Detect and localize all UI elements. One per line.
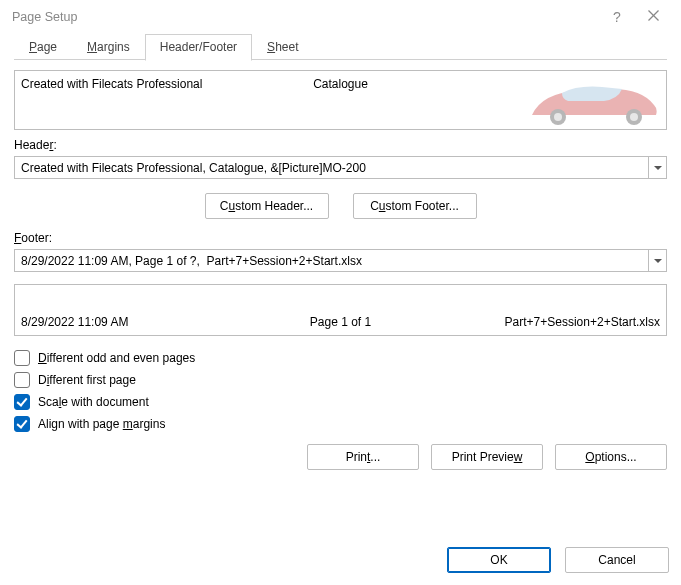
footer-combo[interactable] xyxy=(14,249,667,272)
close-icon xyxy=(648,10,659,21)
custom-footer-button[interactable]: Custom Footer... xyxy=(353,193,477,219)
header-preview-center: Catalogue xyxy=(234,77,447,91)
header-input[interactable] xyxy=(15,157,648,178)
checkbox-scale-with-document[interactable]: Scale with document xyxy=(14,394,667,410)
options-button[interactable]: Options... xyxy=(555,444,667,470)
dialog-title: Page Setup xyxy=(12,10,599,24)
cancel-button[interactable]: Cancel xyxy=(565,547,669,573)
footer-label: Footer: xyxy=(14,231,667,245)
checkbox-label: Different odd and even pages xyxy=(38,351,195,365)
header-preview-left: Created with Filecats Professional xyxy=(21,77,234,91)
title-bar: Page Setup ? xyxy=(0,0,681,34)
header-preview: Created with Filecats Professional Catal… xyxy=(14,70,667,130)
footer-preview-center: Page 1 of 1 xyxy=(234,315,447,329)
close-button[interactable] xyxy=(635,10,671,24)
svg-point-5 xyxy=(630,113,638,121)
print-button[interactable]: Print... xyxy=(307,444,419,470)
checkbox-align-with-margins[interactable]: Align with page margins xyxy=(14,416,667,432)
footer-preview-left: 8/29/2022 11:09 AM xyxy=(21,315,234,329)
picture-placeholder-icon xyxy=(522,75,662,127)
custom-header-button[interactable]: Custom Header... xyxy=(205,193,329,219)
svg-point-3 xyxy=(554,113,562,121)
chevron-down-icon[interactable] xyxy=(648,250,666,271)
tab-sheet[interactable]: Sheet xyxy=(252,34,313,60)
print-preview-button[interactable]: Print Preview xyxy=(431,444,543,470)
checkbox-label: Different first page xyxy=(38,373,136,387)
header-combo[interactable] xyxy=(14,156,667,179)
checkbox-icon xyxy=(14,350,30,366)
tab-page[interactable]: Page xyxy=(14,34,72,60)
ok-button[interactable]: OK xyxy=(447,547,551,573)
checkbox-label: Scale with document xyxy=(38,395,149,409)
checkbox-different-first-page[interactable]: Different first page xyxy=(14,372,667,388)
tab-strip: Page Margins Header/Footer Sheet xyxy=(14,34,667,60)
checkbox-icon xyxy=(14,372,30,388)
checkbox-icon xyxy=(14,394,30,410)
tab-header-footer[interactable]: Header/Footer xyxy=(145,34,252,61)
tab-margins[interactable]: Margins xyxy=(72,34,145,60)
checkbox-different-odd-even[interactable]: Different odd and even pages xyxy=(14,350,667,366)
checkbox-label: Align with page margins xyxy=(38,417,165,431)
footer-preview: 8/29/2022 11:09 AM Page 1 of 1 Part+7+Se… xyxy=(14,284,667,336)
help-button[interactable]: ? xyxy=(599,9,635,25)
header-label: Header: xyxy=(14,138,667,152)
checkbox-icon xyxy=(14,416,30,432)
footer-preview-right: Part+7+Session+2+Start.xlsx xyxy=(447,315,660,329)
chevron-down-icon[interactable] xyxy=(648,157,666,178)
footer-input[interactable] xyxy=(15,250,648,271)
